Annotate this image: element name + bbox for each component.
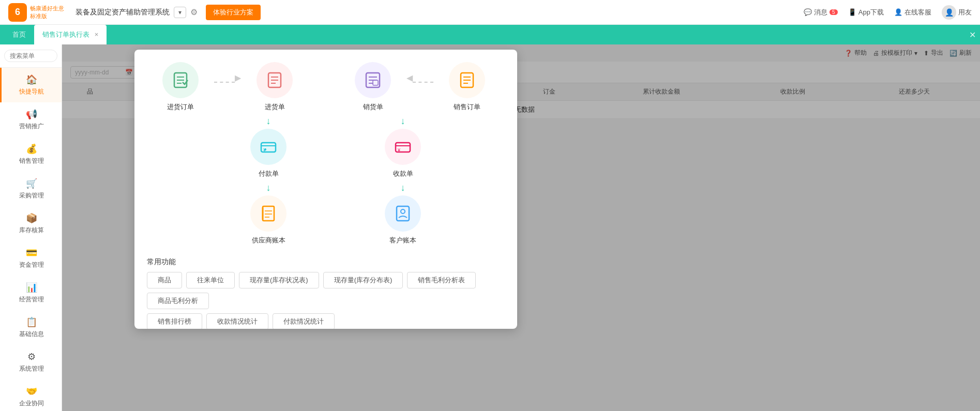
supplier-ledger-icon <box>250 195 287 232</box>
sidebar-item-marketing[interactable]: 📢 营销推广 <box>0 102 62 137</box>
func-btn-goods-profit[interactable]: 商品毛利分析 <box>147 293 209 309</box>
func-btn-stock-dist[interactable]: 现存量(库存分布表) <box>323 272 403 288</box>
purchase-order-label: 进货订单 <box>167 102 194 112</box>
system-dropdown-btn[interactable]: ▾ <box>174 7 186 18</box>
svg-text:¥: ¥ <box>263 147 266 153</box>
message-btn[interactable]: 💬 消息 5 <box>804 8 838 17</box>
logo-icon: 6 <box>8 3 27 22</box>
sidebar-item-inventory[interactable]: 📦 库存核算 <box>0 206 62 241</box>
receipt-bill-icon: ¥ <box>385 129 421 165</box>
func-btn-goods[interactable]: 商品 <box>147 272 182 288</box>
tab-bar: 首页 销售订单执行表 × ✕ <box>0 25 980 44</box>
customer-ledger-icon <box>385 195 421 232</box>
sidebar-item-sales[interactable]: 💰 销售管理 <box>0 137 62 172</box>
sidebar-item-operation[interactable]: 📊 经营管理 <box>0 276 62 310</box>
user-menu[interactable]: 👤 用友 <box>942 5 972 20</box>
svg-text:¥: ¥ <box>397 147 401 153</box>
main-layout: 🏠 快捷导航 📢 营销推广 💰 销售管理 🛒 采购管理 📦 库存核算 💳 资金管… <box>0 44 980 411</box>
purchase-bill-icon <box>257 62 293 98</box>
func-buttons-row2: 销售排行榜 收款情况统计 付款情况统计 <box>147 313 505 329</box>
online-service-btn[interactable]: 👤 在线客服 <box>894 8 931 17</box>
inventory-icon: 📦 <box>26 212 37 224</box>
common-func-title: 常用功能 <box>147 257 505 267</box>
sale-bill-icon <box>355 62 391 98</box>
flow-item-supplier-ledger[interactable]: 供应商账本 <box>235 195 302 245</box>
customer-ledger-label: 客户账本 <box>389 236 416 245</box>
marketing-icon: 📢 <box>26 109 37 120</box>
popup-overlay[interactable]: 进货订单 ▶ <box>62 44 980 411</box>
message-icon: 💬 <box>804 8 812 16</box>
payment-bill-icon: ¥ <box>250 129 287 165</box>
payment-bill-label: 付款单 <box>259 169 279 178</box>
sale-bill-label: 销货单 <box>363 102 383 112</box>
sidebar-search[interactable] <box>0 44 62 68</box>
service-icon: 👤 <box>894 8 902 16</box>
func-btn-stock-status[interactable]: 现存量(库存状况表) <box>239 272 319 288</box>
func-buttons-row1: 商品 往来单位 现存量(库存状况表) 现存量(库存分布表) 销售毛利分析表 商品… <box>147 272 505 309</box>
flow-item-sale-bill[interactable]: 销货单 <box>339 62 406 112</box>
flow-item-purchase-order[interactable]: 进货订单 <box>147 62 214 112</box>
message-badge: 5 <box>830 9 838 15</box>
func-btn-sales-rank[interactable]: 销售排行榜 <box>147 313 202 329</box>
purchase-bill-label: 进货单 <box>265 102 285 112</box>
search-input[interactable] <box>4 50 57 62</box>
operation-icon: 📊 <box>26 282 37 293</box>
flow-section: 进货订单 ▶ <box>147 62 505 245</box>
purchase-icon: 🛒 <box>26 178 37 189</box>
flow-item-receipt-bill[interactable]: ¥ 收款单 <box>369 129 436 178</box>
header-right: 💬 消息 5 📱 App下载 👤 在线客服 👤 用友 <box>804 5 972 20</box>
sidebar-item-purchase[interactable]: 🛒 采购管理 <box>0 172 62 206</box>
top-header: 6 畅康通好生意 标准版 装备及固定资产辅助管理系统 ▾ ⚙ 体验行业方案 💬 … <box>0 0 980 25</box>
sidebar-item-collab[interactable]: 🤝 企业协同 <box>0 379 62 411</box>
system-icon: ⚙ <box>27 351 36 362</box>
content-area: ❓ 帮助 🖨 按模板打印 ▾ ⬆ 导出 🔄 刷新 yyyy-mm-dd 📅 <box>62 44 980 411</box>
svg-rect-24 <box>263 206 274 221</box>
func-btn-receipt-stat[interactable]: 收款情况统计 <box>206 313 268 329</box>
supplier-ledger-label: 供应商账本 <box>252 236 285 245</box>
flow-item-sale-order[interactable]: 销售订单 <box>433 62 501 112</box>
sales-icon: 💰 <box>26 143 37 155</box>
sidebar-item-basic[interactable]: 📋 基础信息 <box>0 310 62 345</box>
receipt-bill-label: 收款单 <box>393 169 413 178</box>
tab-close-icon[interactable]: × <box>95 31 99 38</box>
sale-order-icon <box>449 62 485 98</box>
finance-icon: 💳 <box>26 247 37 258</box>
logo-area: 6 畅康通好生意 标准版 <box>8 3 70 22</box>
close-all-btn[interactable]: ✕ <box>969 30 976 40</box>
settings-icon[interactable]: ⚙ <box>190 7 198 17</box>
tab-home[interactable]: 首页 <box>4 25 34 44</box>
func-btn-contacts[interactable]: 往来单位 <box>186 272 235 288</box>
sidebar-item-quick-nav[interactable]: 🏠 快捷导航 <box>0 68 62 102</box>
func-btn-payment-stat[interactable]: 付款情况统计 <box>273 313 335 329</box>
tab-sales-order[interactable]: 销售订单执行表 × <box>34 25 107 44</box>
app-icon: 📱 <box>848 8 856 16</box>
sidebar-item-system[interactable]: ⚙ 系统管理 <box>0 345 62 379</box>
collab-icon: 🤝 <box>26 386 37 397</box>
flow-item-purchase-bill[interactable]: 进货单 <box>241 62 308 112</box>
system-title: 装备及固定资产辅助管理系统 ▾ ⚙ <box>76 7 198 18</box>
brand-text: 畅康通好生意 标准版 <box>30 5 64 20</box>
svg-point-30 <box>401 209 405 214</box>
func-btn-sales-profit[interactable]: 销售毛利分析表 <box>407 272 476 288</box>
quick-nav-icon: 🏠 <box>26 74 37 85</box>
trial-btn[interactable]: 体验行业方案 <box>206 5 261 20</box>
sale-order-label: 销售订单 <box>454 102 480 112</box>
common-func-section: 常用功能 商品 往来单位 现存量(库存状况表) 现存量(库存分布表) 销售毛利分… <box>147 257 505 329</box>
app-download-btn[interactable]: 📱 App下载 <box>848 8 884 17</box>
popup-scroll: 进货订单 ▶ <box>134 50 517 329</box>
basic-icon: 📋 <box>26 316 37 328</box>
flow-item-customer-ledger[interactable]: 客户账本 <box>369 195 436 245</box>
purchase-order-icon <box>162 62 199 98</box>
sidebar: 🏠 快捷导航 📢 营销推广 💰 销售管理 🛒 采购管理 📦 库存核算 💳 资金管… <box>0 44 62 411</box>
sidebar-item-finance[interactable]: 💳 资金管理 <box>0 241 62 276</box>
svg-rect-12 <box>373 80 378 85</box>
svg-rect-28 <box>262 207 264 220</box>
popup: 进货订单 ▶ <box>134 50 517 329</box>
flow-item-payment-bill[interactable]: ¥ 付款单 <box>235 129 302 178</box>
avatar: 👤 <box>942 5 956 20</box>
